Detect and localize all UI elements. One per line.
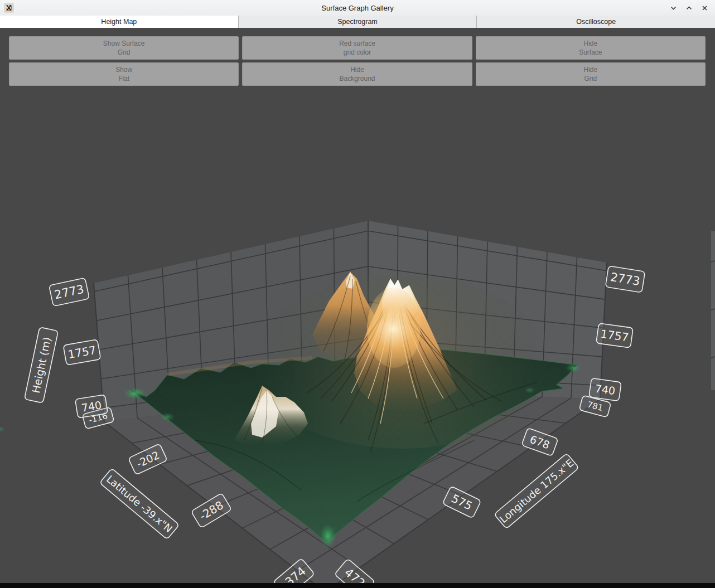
maximize-button[interactable] bbox=[684, 3, 694, 13]
window-title: Surface Graph Gallery bbox=[0, 4, 715, 12]
chevron-up-icon bbox=[685, 4, 693, 12]
axis-label: Latitude -39.x"N bbox=[100, 468, 180, 540]
axis-label: 740 bbox=[589, 378, 621, 401]
show-surface-grid-button[interactable]: Show Surface Grid bbox=[9, 36, 239, 60]
axis-label: 2773 bbox=[605, 266, 645, 293]
axis-label: 740 bbox=[75, 395, 108, 418]
svg-text:Longitude 175.x"E: Longitude 175.x"E bbox=[497, 457, 576, 526]
axis-label: 575 bbox=[442, 486, 481, 518]
bottom-clipped-strip bbox=[0, 583, 715, 588]
show-flat-button[interactable]: Show Flat bbox=[9, 62, 239, 86]
axis-label: 1757 bbox=[596, 323, 633, 348]
close-icon bbox=[701, 4, 708, 12]
tab-spectrogram[interactable]: Spectrogram bbox=[239, 16, 477, 28]
surface-3d-view[interactable]: -1167812773175774027731757740-202-288-37… bbox=[0, 0, 715, 588]
axis-label: 2773 bbox=[49, 278, 89, 307]
app-icon bbox=[4, 3, 14, 13]
axis-label: Height (m) bbox=[25, 327, 59, 403]
svg-text:Latitude -39.x"N: Latitude -39.x"N bbox=[104, 473, 175, 535]
tab-bar: Height Map Spectrogram Oscilloscope bbox=[0, 16, 715, 28]
surface-grid-color-button[interactable]: Red surface grid color bbox=[242, 36, 472, 60]
shade-button[interactable] bbox=[668, 3, 678, 13]
tab-height-map[interactable]: Height Map bbox=[0, 16, 239, 28]
hide-background-button[interactable]: Hide Background bbox=[242, 62, 472, 86]
hide-grid-button[interactable]: Hide Grid bbox=[476, 62, 706, 86]
tab-oscilloscope[interactable]: Oscilloscope bbox=[477, 16, 715, 28]
title-bar: Surface Graph Gallery bbox=[0, 0, 715, 16]
axis-label: 1757 bbox=[63, 339, 100, 365]
chevron-down-icon bbox=[670, 4, 677, 12]
close-button[interactable] bbox=[699, 3, 709, 13]
right-edge-wall-sliver bbox=[711, 231, 715, 390]
hide-surface-button[interactable]: Hide Surface bbox=[476, 36, 706, 60]
toolbar: Show Surface Grid Red surface grid color… bbox=[9, 36, 706, 86]
